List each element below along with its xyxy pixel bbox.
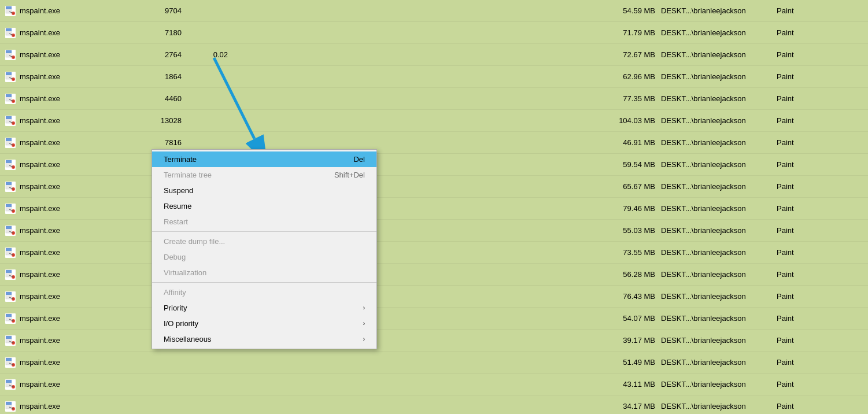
- process-description: Paint: [777, 248, 863, 257]
- process-user: DESKT...\brianleejackson: [661, 270, 777, 279]
- process-name: mspaint.exe: [20, 6, 147, 15]
- process-row[interactable]: mspaint.exe 65.67 MB DESKT...\brianleeja…: [0, 176, 868, 198]
- svg-rect-98: [6, 358, 12, 361]
- process-user: DESKT...\brianleejackson: [661, 358, 777, 367]
- process-name: mspaint.exe: [20, 314, 147, 323]
- menu-item-resume[interactable]: Resume: [152, 198, 376, 214]
- paint-icon: [5, 401, 16, 412]
- svg-rect-26: [6, 94, 12, 97]
- process-description: Paint: [777, 204, 863, 213]
- process-row[interactable]: mspaint.exe 79.46 MB DESKT...\brianleeja…: [0, 198, 868, 220]
- process-user: DESKT...\brianleejackson: [661, 94, 777, 103]
- process-row[interactable]: mspaint.exe 73.55 MB DESKT...\brianleeja…: [0, 242, 868, 264]
- svg-rect-110: [6, 402, 12, 405]
- svg-rect-56: [6, 204, 12, 207]
- process-user: DESKT...\brianleejackson: [661, 314, 777, 323]
- menu-item-suspend[interactable]: Suspend: [152, 183, 376, 198]
- process-name: mspaint.exe: [20, 182, 147, 191]
- process-row[interactable]: mspaint.exe 2764 0.02 72.67 MB DESKT...\…: [0, 44, 868, 66]
- menu-item-create-dump-file---: Create dump file...: [152, 234, 376, 249]
- menu-shortcut: Shift+Del: [334, 171, 365, 179]
- process-description: Paint: [777, 50, 863, 59]
- paint-icon: [5, 71, 16, 83]
- process-description: Paint: [777, 292, 863, 301]
- svg-rect-80: [6, 292, 12, 295]
- process-row[interactable]: mspaint.exe 55.03 MB DESKT...\brianleeja…: [0, 220, 868, 242]
- process-user: DESKT...\brianleejackson: [661, 6, 777, 15]
- process-description: Paint: [777, 160, 863, 169]
- paint-icon: [5, 181, 16, 193]
- paint-icon: [5, 291, 16, 302]
- process-cpu: 0.02: [193, 50, 239, 59]
- paint-icon: [5, 27, 16, 39]
- process-description: Paint: [777, 226, 863, 235]
- svg-rect-38: [6, 138, 12, 141]
- process-pid: 7816: [147, 138, 193, 147]
- svg-rect-68: [6, 248, 12, 251]
- menu-item-priority[interactable]: Priority›: [152, 300, 376, 316]
- process-user: DESKT...\brianleejackson: [661, 28, 777, 37]
- process-row[interactable]: mspaint.exe 56.28 MB DESKT...\brianleeja…: [0, 264, 868, 286]
- process-name: mspaint.exe: [20, 204, 147, 213]
- menu-item-affinity: Affinity: [152, 284, 376, 300]
- process-row[interactable]: mspaint.exe 4460 77.35 MB DESKT...\brian…: [0, 88, 868, 110]
- process-name: mspaint.exe: [20, 28, 147, 37]
- process-user: DESKT...\brianleejackson: [661, 402, 777, 411]
- process-name: mspaint.exe: [20, 248, 147, 257]
- paint-icon: [5, 247, 16, 258]
- process-pid: 1864: [147, 72, 193, 81]
- menu-item-terminate[interactable]: TerminateDel: [152, 151, 376, 167]
- paint-icon: [5, 137, 16, 149]
- menu-item-label: Priority: [164, 304, 187, 312]
- process-row[interactable]: mspaint.exe 39.17 MB DESKT...\brianleeja…: [0, 330, 868, 352]
- process-user: DESKT...\brianleejackson: [661, 182, 777, 191]
- submenu-arrow-icon: ›: [363, 305, 365, 311]
- process-name: mspaint.exe: [20, 116, 147, 125]
- process-row[interactable]: mspaint.exe 51.49 MB DESKT...\brianleeja…: [0, 352, 868, 374]
- process-pid: 4460: [147, 94, 193, 103]
- process-row[interactable]: mspaint.exe 1864 62.96 MB DESKT...\brian…: [0, 66, 868, 88]
- paint-icon: [5, 49, 16, 61]
- process-user: DESKT...\brianleejackson: [661, 160, 777, 169]
- process-row[interactable]: mspaint.exe 9704 54.59 MB DESKT...\brian…: [0, 0, 868, 22]
- svg-rect-32: [6, 116, 12, 119]
- paint-icon: [5, 203, 16, 215]
- process-memory: 56.28 MB: [592, 270, 661, 279]
- process-row[interactable]: mspaint.exe 76.43 MB DESKT...\brianleeja…: [0, 286, 868, 308]
- menu-item-i-o-priority[interactable]: I/O priority›: [152, 316, 376, 331]
- svg-rect-50: [6, 182, 12, 185]
- process-row[interactable]: mspaint.exe 34.17 MB DESKT...\brianleeja…: [0, 395, 868, 414]
- process-list: mspaint.exe 9704 54.59 MB DESKT...\brian…: [0, 0, 868, 414]
- process-row[interactable]: mspaint.exe 43.11 MB DESKT...\brianleeja…: [0, 374, 868, 395]
- process-pid: 2764: [147, 50, 193, 59]
- paint-icon: [5, 269, 16, 280]
- process-name: mspaint.exe: [20, 94, 147, 103]
- menu-item-debug: Debug: [152, 249, 376, 265]
- process-memory: 77.35 MB: [592, 94, 661, 103]
- process-memory: 55.03 MB: [592, 226, 661, 235]
- process-row[interactable]: mspaint.exe 54.07 MB DESKT...\brianleeja…: [0, 308, 868, 330]
- process-name: mspaint.exe: [20, 138, 147, 147]
- menu-item-label: Terminate tree: [164, 171, 212, 179]
- paint-icon: [5, 379, 16, 390]
- paint-icon: [5, 313, 16, 324]
- process-row[interactable]: mspaint.exe 13028 104.03 MB DESKT...\bri…: [0, 110, 868, 132]
- context-menu: TerminateDelTerminate treeShift+DelSuspe…: [152, 149, 377, 349]
- menu-separator: [152, 282, 376, 283]
- paint-icon: [5, 225, 16, 236]
- menu-item-label: Resume: [164, 202, 191, 210]
- process-description: Paint: [777, 116, 863, 125]
- process-row[interactable]: mspaint.exe 7816 46.91 MB DESKT...\brian…: [0, 132, 868, 154]
- process-name: mspaint.exe: [20, 160, 147, 169]
- process-row[interactable]: mspaint.exe 59.54 MB DESKT...\brianleeja…: [0, 154, 868, 176]
- menu-item-label: Suspend: [164, 186, 193, 195]
- process-description: Paint: [777, 336, 863, 345]
- process-description: Paint: [777, 402, 863, 411]
- svg-rect-14: [6, 50, 12, 53]
- process-description: Paint: [777, 270, 863, 279]
- menu-item-miscellaneous[interactable]: Miscellaneous›: [152, 331, 376, 347]
- process-user: DESKT...\brianleejackson: [661, 226, 777, 235]
- process-memory: 51.49 MB: [592, 358, 661, 367]
- menu-item-label: I/O priority: [164, 319, 198, 328]
- process-row[interactable]: mspaint.exe 7180 71.79 MB DESKT...\brian…: [0, 22, 868, 44]
